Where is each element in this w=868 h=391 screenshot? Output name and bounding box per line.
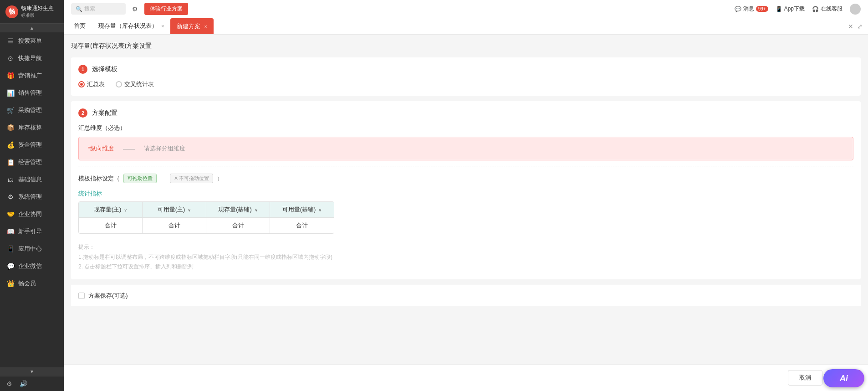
stats-table-body-row: 合计 合计 合计 合计 <box>79 217 334 233</box>
search-menu-icon: ☰ <box>6 37 15 45</box>
sidebar-item-finance[interactable]: 💰 资金管理 <box>0 136 64 154</box>
sidebar-item-purchase[interactable]: 🛒 采购管理 <box>0 102 64 119</box>
sidebar-item-quick-nav[interactable]: ⊙ 快捷导航 <box>0 50 64 67</box>
tab-inventory-label: 现存量（库存状况表） <box>98 22 158 30</box>
sidebar-item-label: 库存核算 <box>18 123 42 132</box>
template-settings: 模板指标设定（ 可拖动位置 ✕ 不可拖动位置 ） <box>78 174 853 183</box>
sidebar-item-search[interactable]: ☰ 搜索菜单 <box>0 32 64 50</box>
sidebar-scroll-down[interactable]: ▼ <box>0 367 64 376</box>
col3-label: 现存量(基辅) <box>218 206 252 214</box>
stats-table-header-row: 现存量(主) ∨ 可用量(主) ∨ 现存量(基辅) ∨ 可用量(基辅) <box>79 202 334 217</box>
ai-fab-button[interactable]: Ai <box>823 369 864 387</box>
tab-new-plan[interactable]: 新建方案 × <box>170 18 213 34</box>
col4-chevron: ∨ <box>318 207 322 212</box>
sidebar: 畅 畅康通好生意 标准版 ▲ ☰ 搜索菜单 ⊙ 快捷导航 🎁 营销推广 📊 销售… <box>0 0 64 391</box>
sidebar-item-basic-info[interactable]: 🗂 基础信息 <box>0 171 64 188</box>
logo-text-area: 畅康通好生意 标准版 <box>21 5 54 19</box>
tab-home[interactable]: 首页 <box>67 18 92 34</box>
tab-new-plan-close[interactable]: × <box>204 24 207 29</box>
step2-header: 2 方案配置 <box>78 108 853 118</box>
tab-home-label: 首页 <box>74 22 86 30</box>
message-item[interactable]: 💬 消息 99+ <box>735 5 768 13</box>
step1-title: 选择模板 <box>92 65 117 73</box>
system-icon: ⚙ <box>6 193 15 201</box>
sidebar-item-inventory[interactable]: 📦 库存核算 <box>0 119 64 136</box>
step2-card: 2 方案配置 汇总维度（必选） *纵向维度 —— 请选择分组维度 模板指标设定（… <box>71 101 861 279</box>
message-label: 消息 <box>743 5 754 13</box>
online-service-label: 在线客服 <box>821 5 842 13</box>
weixin-icon: 💬 <box>6 262 15 270</box>
sidebar-item-operations[interactable]: 📋 经营管理 <box>0 154 64 171</box>
dimension-section-label: 汇总维度（必选） <box>78 124 853 132</box>
radio-summary[interactable]: 汇总表 <box>78 80 105 88</box>
stats-col-4-header[interactable]: 可用量(基辅) ∨ <box>270 202 334 217</box>
save-checkbox[interactable] <box>78 293 85 299</box>
content-area: 现存量(库存状况表)方案设置 1 选择模板 汇总表 交叉统计表 2 <box>64 35 868 364</box>
sound-icon[interactable]: 🔊 <box>20 380 27 387</box>
col4-label: 可用量(基辅) <box>282 206 316 214</box>
non-draggable-badge: ✕ 不可拖动位置 <box>170 174 213 183</box>
section-divider <box>78 166 853 166</box>
stats-table: 现存量(主) ∨ 可用量(主) ∨ 现存量(基辅) ∨ 可用量(基辅) <box>78 201 334 234</box>
online-service-item[interactable]: 🎧 在线客服 <box>812 5 842 13</box>
col1-label: 现存量(主) <box>94 206 122 214</box>
avatar-icon <box>850 4 861 15</box>
radio-summary-label: 汇总表 <box>87 80 105 88</box>
tab-inventory[interactable]: 现存量（库存状况表） × <box>92 18 170 34</box>
tab-new-plan-label: 新建方案 <box>177 22 200 31</box>
step1-card: 1 选择模板 汇总表 交叉统计表 <box>71 57 861 96</box>
settings-icon[interactable]: ⚙ <box>6 380 12 387</box>
tab-inventory-close[interactable]: × <box>161 23 164 29</box>
sidebar-scroll-up[interactable]: ▲ <box>0 24 64 32</box>
tabs-bar: 首页 现存量（库存状况表） × 新建方案 × ✕ ⤢ <box>64 18 868 35</box>
sidebar-item-app-center[interactable]: 📱 应用中心 <box>0 240 64 257</box>
app-download-item[interactable]: 📱 App下载 <box>776 5 805 13</box>
sidebar-item-label: 采购管理 <box>18 106 42 114</box>
col3-chevron: ∨ <box>255 207 258 212</box>
stats-col-3-header[interactable]: 现存量(基辅) ∨ <box>206 202 270 217</box>
header-right: 💬 消息 99+ 📱 App下载 🎧 在线客服 <box>735 4 861 15</box>
stats-col-1-header[interactable]: 现存量(主) ∨ <box>79 202 143 217</box>
sidebar-item-sales[interactable]: 📊 销售管理 <box>0 84 64 102</box>
dimension-vertical-label: *纵向维度 <box>88 144 114 153</box>
cancel-button[interactable]: 取消 <box>788 370 822 386</box>
radio-summary-circle <box>78 81 85 87</box>
save-row: 方案保存(可选) <box>71 285 861 306</box>
sidebar-item-system[interactable]: ⚙ 系统管理 <box>0 188 64 206</box>
tip2: 2. 点击标题栏下拉可设置排序、插入列和删除列 <box>78 262 853 272</box>
non-drag-icon: ✕ <box>174 175 178 181</box>
tab-expand-icon[interactable]: ⤢ <box>857 23 863 30</box>
logo-sub-text: 标准版 <box>21 12 54 19</box>
sidebar-item-label: 基础信息 <box>18 175 42 184</box>
sidebar-item-new-guide[interactable]: 📖 新手引导 <box>0 223 64 240</box>
stats-cell-2: 合计 <box>143 217 206 233</box>
gear-icon[interactable]: ⚙ <box>132 5 138 13</box>
search-icon: 🔍 <box>76 6 82 12</box>
stats-col-2-header[interactable]: 可用量(主) ∨ <box>143 202 206 217</box>
sidebar-item-label: 资金管理 <box>18 141 42 149</box>
member-icon: 👑 <box>6 279 15 288</box>
stats-section: 统计指标 现存量(主) ∨ 可用量(主) ∨ 现存量(基辅) <box>78 190 853 235</box>
user-avatar[interactable] <box>850 4 861 15</box>
logo-area: 畅 畅康通好生意 标准版 <box>0 0 64 24</box>
tab-close-icon[interactable]: ✕ <box>848 23 853 30</box>
sidebar-item-cooperation[interactable]: 🤝 企业协同 <box>0 206 64 223</box>
header-search-box[interactable]: 🔍 搜索 <box>71 3 126 15</box>
inventory-icon: 📦 <box>6 123 15 132</box>
sidebar-item-label: 畅会员 <box>18 279 36 288</box>
sidebar-item-label: 企业协同 <box>18 210 42 218</box>
radio-cross[interactable]: 交叉统计表 <box>116 80 154 88</box>
sidebar-item-weixin[interactable]: 💬 企业微信 <box>0 257 64 275</box>
dimension-row[interactable]: *纵向维度 —— 请选择分组维度 <box>78 137 853 160</box>
sidebar-item-marketing[interactable]: 🎁 营销推广 <box>0 67 64 84</box>
operations-icon: 📋 <box>6 158 15 166</box>
sidebar-item-member[interactable]: 👑 畅会员 <box>0 275 64 292</box>
page-title: 现存量(库存状况表)方案设置 <box>71 42 861 50</box>
industry-btn[interactable]: 体验行业方案 <box>144 3 188 15</box>
col1-chevron: ∨ <box>124 207 127 212</box>
sidebar-item-label: 快捷导航 <box>18 54 42 62</box>
logo-icon: 畅 <box>5 5 18 18</box>
step2-badge: 2 <box>78 108 87 118</box>
tips-section: 提示： 1.拖动标题栏可以调整布局，不可跨维度或指标区域拖动栏目字段(只能在同一… <box>78 242 853 272</box>
stats-cell-3: 合计 <box>206 217 270 233</box>
